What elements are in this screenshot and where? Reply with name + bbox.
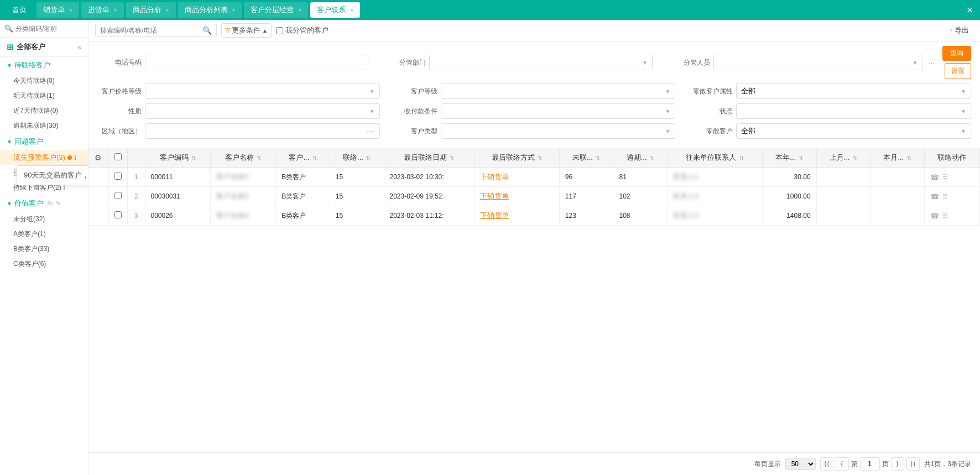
row-last-contact-method-1[interactable]: 下销货单 [474, 187, 559, 206]
tab-customer-contact[interactable]: 客户联系 × [310, 2, 360, 18]
filter-row-1: 电话号码 分管部门 ▼ 分管人员 ▼ [97, 46, 971, 79]
table-header-last-contact-date[interactable]: 最后联络日期 ⇅ [384, 148, 474, 168]
row-checkbox-1[interactable] [108, 187, 127, 206]
select-all-checkbox[interactable] [114, 153, 122, 160]
row-last-contact-method-2[interactable]: 下销货单 [474, 206, 559, 226]
table-header-name[interactable]: 客户名称 ⇅ [210, 148, 275, 168]
tab-analysis[interactable]: 商品分析 × [126, 2, 176, 18]
query-button[interactable]: 查询 [942, 46, 971, 61]
table-header-last-month[interactable]: 上月... ⇅ [816, 148, 870, 168]
tab-sales-close[interactable]: × [69, 7, 72, 13]
nature-select[interactable]: ▼ [145, 103, 380, 119]
settings-button[interactable]: 设置 [945, 63, 971, 79]
tab-sales[interactable]: 销货单 × [37, 2, 79, 18]
status-select[interactable]: ▼ [736, 103, 971, 119]
row-last-contact-method-0[interactable]: 下销货单 [474, 168, 559, 187]
tab-purchase-close[interactable]: × [114, 7, 117, 13]
my-customer-checkbox[interactable] [276, 27, 283, 34]
manager-select[interactable]: ▼ [713, 55, 922, 70]
filter-search-button[interactable]: 🔍 [202, 26, 212, 35]
customer-grade-select[interactable]: ▼ [441, 83, 676, 99]
table-header-gear[interactable]: ⚙ [88, 148, 108, 168]
customer-type-select[interactable]: ▼ [441, 123, 676, 139]
overdue-label: 逾期... [627, 153, 647, 161]
sidebar-group-pending-contact[interactable]: ▼ 待联络客户 [0, 57, 88, 74]
last-contact-date-label: 最后联络日期 [404, 153, 447, 161]
action-phone-icon-1[interactable]: ☎ [930, 192, 939, 201]
filter-field-scatter-attr: 零散客户属性 全部 ▼ [689, 83, 971, 99]
table-header-contacts[interactable]: 往来单位联系人 ⇅ [668, 148, 763, 168]
action-more-icon-0[interactable]: ⠿ [942, 173, 948, 181]
sidebar-group-value[interactable]: ▼ 价值客户 ↻ ✎ [0, 195, 88, 212]
sidebar-search-area: 🔍 [0, 20, 88, 38]
customer-table: ⚙ 客户编码 ⇅ 客户名称 ⇅ [88, 148, 980, 226]
tab-analysis-list-close[interactable]: × [232, 7, 236, 13]
sidebar-collapse-button[interactable]: « [77, 43, 81, 51]
table-header-overdue[interactable]: 逾期... ⇅ [613, 148, 668, 168]
table-header-code[interactable]: 客户编码 ⇅ [145, 148, 210, 168]
table-header-this-year[interactable]: 本年... ⇅ [762, 148, 816, 168]
sidebar-item-overdue-contact[interactable]: 逾期未联络(30) [0, 118, 88, 133]
phone-input[interactable] [145, 55, 368, 70]
next-page-button[interactable]: ⟩ [891, 457, 904, 471]
sort-arrows-overdue: ⇅ [650, 155, 654, 161]
row-checkbox-2[interactable] [108, 206, 127, 226]
prev-page-button[interactable]: ⟨ [836, 457, 849, 471]
tab-analysis-close[interactable]: × [166, 7, 169, 13]
tab-customer-contact-close[interactable]: × [350, 7, 353, 13]
tab-analysis-list[interactable]: 商品分析列表 × [178, 2, 242, 18]
scatter-customer-select[interactable]: 全部 ▼ [736, 123, 971, 139]
chevron-down-icon-10: ▼ [961, 128, 966, 134]
sidebar-item-a-class[interactable]: A类客户(1) [0, 227, 88, 242]
filter-search-input[interactable] [100, 27, 202, 34]
refresh-icon[interactable]: ↻ [48, 200, 53, 207]
first-page-button[interactable]: ⟨⟨ [820, 457, 833, 471]
region-select[interactable]: ··· [145, 123, 380, 139]
action-more-icon-1[interactable]: ⠿ [942, 192, 948, 201]
edit-icon[interactable]: ✎ [56, 200, 61, 207]
scatter-attr-select[interactable]: 全部 ▼ [736, 83, 971, 99]
row-this-year-0: 30.00 [762, 168, 816, 187]
sidebar-group-problem[interactable]: ▼ 问题客户 [0, 133, 88, 150]
row-overdue-0: 81 [613, 168, 668, 187]
gear-icon[interactable]: ⚙ [95, 153, 102, 162]
page-number-input[interactable] [860, 457, 880, 471]
sidebar-item-b-class[interactable]: B类客户(33) [0, 242, 88, 257]
sidebar-item-c-class[interactable]: C类客户(6) [0, 257, 88, 272]
page-size-select[interactable]: 50 100 200 [785, 458, 816, 470]
home-tab[interactable]: 首页 [4, 0, 34, 20]
table-header-contact[interactable]: 联络... ⇅ [330, 148, 384, 168]
sidebar-item-7days-contact[interactable]: 近7天待联络(0) [0, 103, 88, 118]
table-header-type[interactable]: 客户... ⇅ [276, 148, 330, 168]
sidebar-item-today-contact[interactable]: 今天待联络(0) [0, 74, 88, 88]
region-more-button[interactable]: ··· [364, 127, 375, 135]
more-conditions-button[interactable]: ▽ 更多条件 ▲ [221, 23, 272, 38]
name-label: 客户名称 [225, 153, 254, 161]
row-checkbox-0[interactable] [108, 168, 127, 187]
sidebar-search-input[interactable] [15, 25, 84, 33]
sidebar-item-lost-warning[interactable]: 流失预警客户(3) ℹ [0, 150, 88, 165]
manager-more-button[interactable]: ··· [926, 58, 937, 67]
tab-customer-tier-close[interactable]: × [298, 7, 301, 13]
action-phone-icon-0[interactable]: ☎ [930, 173, 939, 181]
last-page-button[interactable]: ⟩⟩ [906, 457, 920, 471]
action-more-icon-2[interactable]: ⠿ [942, 212, 948, 220]
action-phone-icon-2[interactable]: ☎ [930, 212, 939, 220]
table-header-uncontacted[interactable]: 未联... ⇅ [559, 148, 613, 168]
sidebar-item-tomorrow-contact[interactable]: 明天待联络(1) [0, 88, 88, 103]
department-select[interactable]: ▼ [429, 55, 653, 70]
table-header-last-contact-method[interactable]: 最后联络方式 ⇅ [474, 148, 559, 168]
tab-analysis-list-label: 商品分析列表 [185, 5, 228, 15]
row-last-contact-date-0: 2023-03-02 10:30: [384, 168, 474, 187]
tab-purchase[interactable]: 进货单 × [81, 2, 124, 18]
export-button[interactable]: ↑ 导出 [945, 24, 974, 37]
sidebar-item-ungroup[interactable]: 未分组(32) [0, 212, 88, 227]
sort-arrows-name: ⇅ [257, 155, 261, 161]
tab-customer-tier[interactable]: 客户分层经营 × [244, 2, 308, 18]
table-header-checkbox[interactable] [108, 148, 127, 168]
window-close-button[interactable]: ✕ [964, 3, 976, 18]
sidebar-all-customers[interactable]: ⊞ 全部客户 « [0, 38, 88, 57]
payment-select[interactable]: ▼ [441, 103, 676, 119]
price-grade-select[interactable]: ▼ [145, 83, 380, 99]
table-header-this-month[interactable]: 本月... ⇅ [870, 148, 925, 168]
